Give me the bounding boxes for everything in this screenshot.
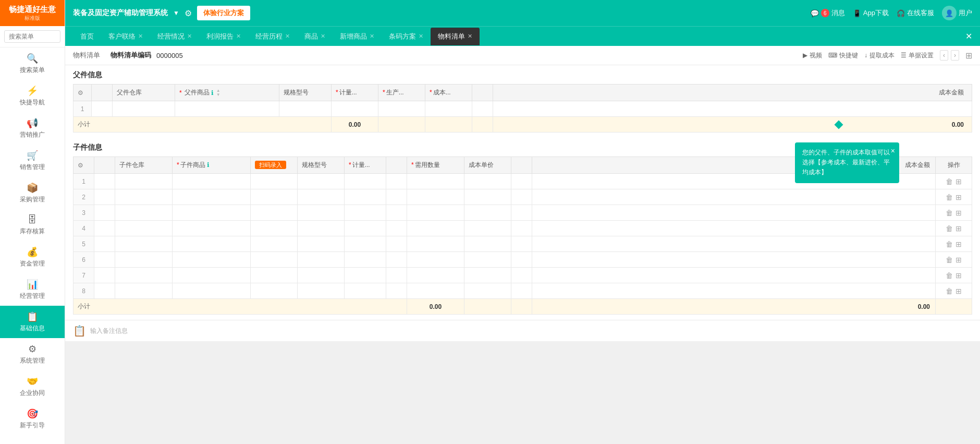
child-unit-3[interactable] bbox=[345, 205, 386, 221]
sidebar-item-5[interactable]: 🗄库存核算 bbox=[0, 209, 65, 241]
note-text[interactable]: 输入备注信息 bbox=[90, 327, 128, 335]
tab-close-1[interactable]: ✕ bbox=[138, 33, 143, 40]
sidebar-item-11[interactable]: 🎯新手引导 bbox=[0, 403, 65, 435]
copy-icon-4[interactable]: ⊞ bbox=[956, 224, 962, 233]
child-spec-6[interactable] bbox=[298, 252, 345, 268]
delete-icon-7[interactable]: 🗑 bbox=[946, 271, 953, 280]
delete-icon-6[interactable]: 🗑 bbox=[946, 256, 953, 264]
nav-tab-3[interactable]: 利润报告✕ bbox=[199, 28, 248, 45]
delete-icon-4[interactable]: 🗑 bbox=[946, 224, 953, 233]
nav-tab-4[interactable]: 经营历程✕ bbox=[248, 28, 297, 45]
tab-close-4[interactable]: ✕ bbox=[285, 33, 290, 40]
shortcut-action[interactable]: ⌨ 快捷键 bbox=[828, 51, 858, 60]
child-unit-1[interactable] bbox=[345, 174, 386, 189]
child-spec-3[interactable] bbox=[298, 205, 345, 221]
view-action[interactable]: ▶ 视频 bbox=[803, 51, 822, 60]
child-price-5[interactable] bbox=[464, 236, 511, 252]
delete-icon-2[interactable]: 🗑 bbox=[946, 193, 953, 201]
child-spec-4[interactable] bbox=[298, 221, 345, 236]
nav-tab-8[interactable]: 物料清单✕ bbox=[431, 28, 480, 45]
nav-tab-6[interactable]: 新增商品✕ bbox=[333, 28, 382, 45]
grid-view-icon[interactable]: ⊞ bbox=[965, 51, 972, 61]
sidebar-item-7[interactable]: 📊经营管理 bbox=[0, 273, 65, 306]
child-product-4[interactable] bbox=[173, 221, 251, 236]
child-qty-5[interactable] bbox=[407, 236, 464, 252]
parent-unit-1[interactable] bbox=[332, 101, 378, 117]
sidebar-item-1[interactable]: ⚡快捷导航 bbox=[0, 80, 65, 112]
copy-icon-2[interactable]: ⊞ bbox=[956, 193, 962, 201]
scan-btn[interactable]: 扫码录入 bbox=[255, 161, 286, 169]
child-warehouse-4[interactable] bbox=[115, 221, 173, 236]
tab-close-2[interactable]: ✕ bbox=[187, 33, 192, 40]
child-product-5[interactable] bbox=[173, 236, 251, 252]
single-settings-action[interactable]: ☰ 单据设置 bbox=[901, 51, 934, 60]
child-warehouse-5[interactable] bbox=[115, 236, 173, 252]
cost-action[interactable]: ↓ 提取成本 bbox=[864, 51, 895, 60]
child-price-6[interactable] bbox=[464, 252, 511, 268]
prev-arrow[interactable]: ‹ bbox=[940, 50, 948, 61]
tab-close-3[interactable]: ✕ bbox=[236, 33, 241, 40]
child-warehouse-1[interactable] bbox=[115, 174, 173, 189]
child-product-7[interactable] bbox=[173, 268, 251, 283]
sidebar-item-10[interactable]: 🤝企业协同 bbox=[0, 370, 65, 403]
child-warehouse-2[interactable] bbox=[115, 189, 173, 205]
child-qty-2[interactable] bbox=[407, 189, 464, 205]
child-price-1[interactable] bbox=[464, 174, 511, 189]
child-unit-4[interactable] bbox=[345, 221, 386, 236]
copy-icon-3[interactable]: ⊞ bbox=[956, 209, 962, 217]
copy-icon-6[interactable]: ⊞ bbox=[956, 256, 962, 264]
child-warehouse-7[interactable] bbox=[115, 268, 173, 283]
child-qty-3[interactable] bbox=[407, 205, 464, 221]
child-qty-7[interactable] bbox=[407, 268, 464, 283]
parent-production-1[interactable] bbox=[378, 101, 425, 117]
online-service-action[interactable]: 🎧 在线客服 bbox=[897, 8, 934, 18]
parent-product-1[interactable] bbox=[175, 101, 279, 117]
child-spec-5[interactable] bbox=[298, 236, 345, 252]
child-unit-7[interactable] bbox=[345, 268, 386, 283]
child-qty-4[interactable] bbox=[407, 221, 464, 236]
child-spec-7[interactable] bbox=[298, 268, 345, 283]
parent-warehouse-1[interactable] bbox=[113, 101, 175, 117]
delete-icon-1[interactable]: 🗑 bbox=[946, 177, 953, 186]
next-arrow[interactable]: › bbox=[951, 50, 959, 61]
user-action[interactable]: 👤 用户 bbox=[942, 6, 972, 20]
delete-icon-8[interactable]: 🗑 bbox=[946, 287, 953, 295]
child-qty-6[interactable] bbox=[407, 252, 464, 268]
child-unit-8[interactable] bbox=[345, 283, 386, 299]
child-product-2[interactable] bbox=[173, 189, 251, 205]
child-price-8[interactable] bbox=[464, 283, 511, 299]
child-price-3[interactable] bbox=[464, 205, 511, 221]
child-qty-8[interactable] bbox=[407, 283, 464, 299]
tab-close-6[interactable]: ✕ bbox=[370, 33, 374, 40]
child-col-settings[interactable]: ⚙ bbox=[74, 157, 94, 174]
search-input[interactable] bbox=[4, 30, 60, 43]
child-unit-5[interactable] bbox=[345, 236, 386, 252]
child-product-3[interactable] bbox=[173, 205, 251, 221]
sidebar-item-2[interactable]: 📢营销推广 bbox=[0, 112, 65, 145]
close-all-tabs-icon[interactable]: ✕ bbox=[965, 31, 972, 41]
nav-tab-7[interactable]: 条码方案✕ bbox=[382, 28, 431, 45]
delete-icon-5[interactable]: 🗑 bbox=[946, 240, 953, 248]
nav-tab-5[interactable]: 商品✕ bbox=[297, 28, 333, 45]
child-price-4[interactable] bbox=[464, 221, 511, 236]
copy-icon-7[interactable]: ⊞ bbox=[956, 271, 962, 280]
parent-spec-1[interactable] bbox=[279, 101, 332, 117]
sidebar-item-6[interactable]: 💰资金管理 bbox=[0, 241, 65, 273]
nav-tab-2[interactable]: 经营情况✕ bbox=[150, 28, 199, 45]
child-product-1[interactable] bbox=[173, 174, 251, 189]
breadcrumb-parent[interactable]: 物料清单 bbox=[73, 51, 100, 60]
delete-icon-3[interactable]: 🗑 bbox=[946, 209, 953, 217]
copy-icon-8[interactable]: ⊞ bbox=[956, 287, 962, 295]
sidebar-item-0[interactable]: 🔍搜索菜单 bbox=[0, 47, 65, 80]
child-spec-2[interactable] bbox=[298, 189, 345, 205]
child-product-6[interactable] bbox=[173, 252, 251, 268]
child-warehouse-3[interactable] bbox=[115, 205, 173, 221]
system-dropdown-icon[interactable]: ▼ bbox=[173, 9, 179, 17]
tab-close-7[interactable]: ✕ bbox=[419, 33, 423, 40]
nav-tab-0[interactable]: 首页 bbox=[73, 28, 101, 45]
copy-icon-1[interactable]: ⊞ bbox=[956, 177, 962, 186]
tab-close-8[interactable]: ✕ bbox=[468, 33, 472, 40]
sidebar-item-8[interactable]: 📋基础信息 bbox=[0, 306, 65, 338]
app-download-action[interactable]: 📱 App下载 bbox=[853, 8, 889, 18]
parent-cost-1[interactable] bbox=[425, 101, 472, 117]
